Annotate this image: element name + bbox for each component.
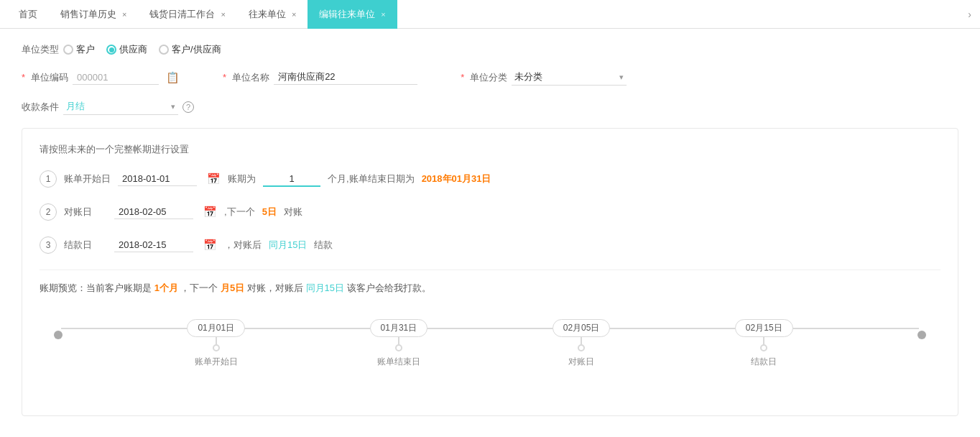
tab-partner-units[interactable]: 往来单位 ×: [237, 0, 308, 29]
tab-home-label: 首页: [19, 8, 37, 21]
payment-condition-field: 收款条件 月结 ▾ ?: [22, 98, 194, 115]
settlement-highlight: 同月15日: [269, 239, 307, 252]
reconciliation-calendar-icon[interactable]: 📅: [203, 206, 217, 218]
radio-both[interactable]: 客户/供应商: [159, 43, 221, 56]
settlement-row: 3 结款日 📅 ，对账后 同月15日 结款: [40, 236, 940, 254]
preview-mid1: ，下一个: [180, 282, 218, 293]
timeline-label-4: 结款日: [751, 356, 777, 368]
timeline-container: 01月01日 账单开始日 01月31日 账单结束日 02月05日: [40, 312, 940, 390]
close-cash-workbench-icon[interactable]: ×: [221, 10, 225, 19]
radio-customer-label: 客户: [76, 43, 95, 56]
tab-partner-units-label: 往来单位: [249, 8, 286, 21]
unit-name-label: 单位名称: [232, 71, 269, 84]
timeline-end-dot: [917, 331, 926, 339]
radio-supplier-label: 供应商: [119, 43, 147, 56]
radio-both-label: 客户/供应商: [172, 43, 221, 56]
help-icon[interactable]: ?: [182, 101, 194, 113]
tab-bar: 首页 销售订单历史 × 钱货日清工作台 × 往来单位 × 编辑往来单位 × ›: [0, 0, 980, 29]
unit-info-row: * 单位编码 📋 * 单位名称 * 单位分类 未分类 ▾: [22, 69, 958, 86]
unit-type-label: 单位类型: [22, 43, 59, 56]
payment-condition-label: 收款条件: [22, 101, 59, 114]
preview-months: 1个月: [154, 282, 178, 293]
settlement-date-input[interactable]: [114, 238, 193, 252]
unit-category-label: 单位分类: [470, 71, 507, 84]
reconciliation-prefix: ,下一个: [224, 206, 255, 218]
period-prefix: 账期为: [228, 172, 256, 185]
preview-prefix: 账期预览：当前客户账期是: [40, 282, 152, 293]
preview-mid2: 对账，对账后: [247, 282, 303, 293]
copy-icon[interactable]: 📋: [166, 71, 180, 84]
unit-category-star: *: [461, 72, 464, 83]
tab-edit-partner[interactable]: 编辑往来单位 ×: [308, 0, 397, 29]
account-start-row: 1 账单开始日 📅 账期为 个月,账单结束日期为 2018年01月31日: [40, 170, 940, 188]
tab-scroll-arrow[interactable]: ›: [959, 9, 980, 20]
unit-code-label: 单位编码: [31, 71, 68, 84]
reconciliation-highlight: 5日: [262, 206, 277, 218]
payment-condition-dropdown[interactable]: 月结 ▾: [63, 98, 178, 115]
timeline-nodes: 01月01日 账单开始日 01月31日 账单结束日 02月05日: [54, 319, 926, 368]
radio-supplier-circle: [106, 45, 116, 55]
radio-customer[interactable]: 客户: [63, 43, 95, 56]
unit-category-value: 未分类: [514, 70, 616, 83]
unit-type-radio-group: 客户 供应商 客户/供应商: [63, 43, 221, 56]
tab-cash-workbench-label: 钱货日清工作台: [149, 8, 215, 21]
account-start-label: 账单开始日: [64, 172, 111, 185]
tab-edit-partner-label: 编辑往来单位: [319, 8, 375, 21]
unit-name-star: *: [223, 72, 226, 83]
preview-end: 该客户会给我打款。: [347, 282, 431, 293]
months-input[interactable]: [263, 172, 320, 187]
unit-code-star: *: [22, 72, 25, 83]
period-suffix: 个月,账单结束日期为: [328, 172, 415, 185]
unit-code-input[interactable]: [73, 70, 159, 85]
tab-home[interactable]: 首页: [7, 0, 49, 29]
account-end-date: 2018年01月31日: [422, 172, 491, 185]
settlement-label: 结款日: [64, 239, 107, 252]
radio-supplier[interactable]: 供应商: [106, 43, 147, 56]
timeline-start-dot: [54, 331, 63, 339]
timeline-start-dot-circle: [54, 331, 63, 339]
row-num-2: 2: [40, 203, 57, 221]
account-start-date-input[interactable]: [118, 172, 197, 186]
settlement-suffix: 结款: [314, 239, 333, 252]
radio-customer-circle: [63, 45, 73, 55]
account-start-calendar-icon[interactable]: 📅: [207, 172, 221, 185]
tab-sales-history-label: 销售订单历史: [60, 8, 116, 21]
unit-type-field: 单位类型 客户 供应商 客户/供应商: [22, 43, 221, 56]
timeline-end-dot-circle: [917, 331, 926, 339]
close-sales-history-icon[interactable]: ×: [122, 10, 126, 19]
unit-code-field: * 单位编码 📋: [22, 70, 180, 85]
reconciliation-row: 2 对账日 📅 ,下一个 5日 对账: [40, 203, 940, 221]
main-content: 单位类型 客户 供应商 客户/供应商 * 单位编码: [0, 29, 980, 437]
tab-cash-workbench[interactable]: 钱货日清工作台 ×: [138, 0, 236, 29]
unit-category-arrow-icon: ▾: [619, 73, 624, 82]
unit-name-input[interactable]: [274, 70, 417, 85]
timeline-badge-1: 01月01日: [187, 319, 245, 337]
close-edit-partner-icon[interactable]: ×: [381, 10, 385, 19]
timeline-badge-4: 02月15日: [735, 319, 793, 337]
row-num-1: 1: [40, 170, 57, 188]
timeline-badge-3: 02月05日: [553, 319, 611, 337]
timeline-node-3: 02月05日 对账日: [553, 319, 611, 368]
reconciliation-label: 对账日: [64, 206, 107, 218]
payment-condition-value: 月结: [66, 100, 168, 113]
timeline-label-3: 对账日: [568, 356, 594, 368]
settlement-prefix: ，对账后: [224, 239, 262, 252]
reconciliation-date-input[interactable]: [114, 205, 193, 219]
settlement-calendar-icon[interactable]: 📅: [203, 239, 217, 252]
preview-text: 账期预览：当前客户账期是 1个月 ，下一个 月5日 对账，对账后 同月15日 该…: [40, 282, 940, 295]
timeline-node-1: 01月01日 账单开始日: [187, 319, 245, 368]
close-partner-units-icon[interactable]: ×: [292, 10, 296, 19]
timeline-label-2: 账单结束日: [377, 356, 420, 368]
row-num-3: 3: [40, 236, 57, 254]
reconciliation-suffix: 对账: [284, 206, 302, 218]
tab-sales-history[interactable]: 销售订单历史 ×: [49, 0, 138, 29]
payment-condition-arrow-icon: ▾: [171, 102, 175, 111]
timeline-node-2: 01月31日 账单结束日: [370, 319, 428, 368]
timeline-stem-3: [581, 337, 582, 344]
timeline-stem-2: [398, 337, 399, 344]
unit-name-field: * 单位名称: [223, 70, 417, 85]
payment-condition-row: 收款条件 月结 ▾ ?: [22, 98, 958, 115]
unit-category-dropdown[interactable]: 未分类 ▾: [512, 69, 627, 86]
timeline-dot-1: [213, 344, 220, 351]
timeline-dot-4: [760, 344, 767, 351]
